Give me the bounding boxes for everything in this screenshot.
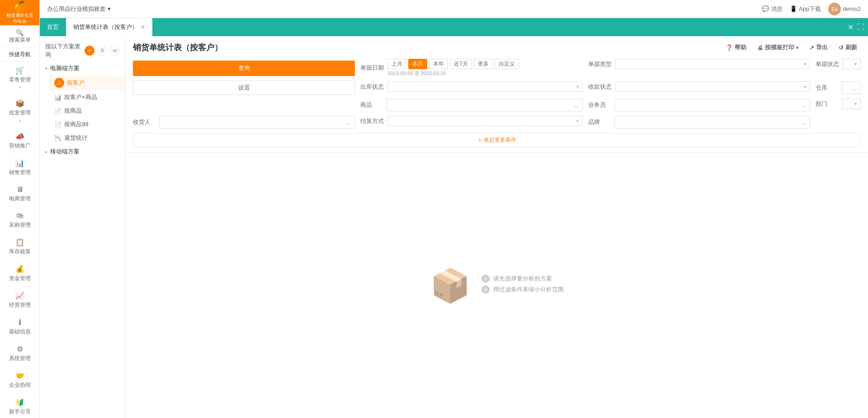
refresh-btn[interactable]: ↺ 刷新 bbox=[835, 42, 861, 53]
tab-home[interactable]: 首页 bbox=[40, 18, 66, 36]
payment-dropdown[interactable]: ▾ bbox=[615, 81, 810, 92]
tab-maximize-icon[interactable]: ⛶ bbox=[857, 23, 864, 31]
user-profile[interactable]: Ea demo2 bbox=[828, 3, 861, 15]
tabbar-actions: ✕ ⛶ bbox=[848, 23, 868, 32]
tree-item-by-goods[interactable]: 📄 按商品 bbox=[49, 104, 125, 118]
hint-1-num: ① bbox=[481, 275, 490, 283]
empty-content: 📦 ① 请先选择要分析的方案 ② 用过滤条件来缩小分析范围 bbox=[430, 266, 564, 305]
export-btn[interactable]: ↗ 导出 bbox=[806, 42, 831, 53]
print-btn[interactable]: 🖨 按模板打印 ▾ bbox=[754, 42, 802, 53]
receiver-dots-icon[interactable]: ... bbox=[346, 119, 351, 126]
warehouse-input: ... bbox=[842, 81, 861, 94]
download-icon: 📱 bbox=[790, 5, 797, 12]
left-panel-header: 按以下方案查询 + ⚙ ≪ bbox=[40, 40, 125, 62]
settings-scheme-btn[interactable]: ⚙ bbox=[97, 46, 107, 56]
sidebar-item-operations[interactable]: 📈 经营管理 bbox=[0, 287, 39, 314]
tree-item-by-goods-99[interactable]: 📄 按商品99 bbox=[49, 118, 125, 131]
sidebar-item-system[interactable]: ⚙ 系统管理 bbox=[0, 340, 39, 367]
topbar-right: 💬 消息 📱 App下载 Ea demo2 bbox=[762, 3, 861, 15]
tree-item-return-stats[interactable]: 📉 退货统计 bbox=[49, 131, 125, 145]
outbound-dropdown[interactable]: ▾ bbox=[387, 81, 582, 92]
settings-button[interactable]: 设置 bbox=[133, 81, 355, 95]
topbar: 办公用品行业模拟账套 ▾ 💬 消息 📱 App下载 Ea demo2 bbox=[40, 0, 868, 18]
tree-item-by-customer[interactable]: 人 按客户 bbox=[49, 75, 125, 90]
sidebar-item-finance[interactable]: 💰 资金管理 bbox=[0, 260, 39, 287]
sidebar-item-sales[interactable]: 📊 销售管理 bbox=[0, 154, 39, 181]
add-scheme-btn[interactable]: + bbox=[85, 46, 94, 56]
finance-icon: 💰 bbox=[15, 265, 24, 273]
date-btn-7days[interactable]: 近7天 bbox=[450, 59, 472, 69]
print-icon: 🖨 bbox=[757, 44, 763, 51]
logo-text: 畅捷通好生意 bbox=[6, 13, 33, 18]
brand-filter-item: 品牌 ... bbox=[588, 116, 810, 128]
inventory-icon: 📋 bbox=[15, 238, 24, 247]
retail-icon: 🛒 bbox=[15, 66, 24, 75]
sidebar-item-ecommerce[interactable]: 🖥 电商管理 bbox=[0, 181, 39, 207]
search-menu[interactable]: 🔍 搜索菜单 bbox=[0, 25, 39, 48]
logo-icon: 🍊 bbox=[14, 1, 26, 13]
brand-dots-icon[interactable]: ... bbox=[801, 119, 806, 126]
receiver-control[interactable]: ... bbox=[159, 116, 355, 128]
goods-dots-icon[interactable]: ... bbox=[573, 101, 579, 109]
goods-control[interactable]: ... bbox=[387, 99, 582, 111]
newuser-icon: 🔰 bbox=[15, 398, 24, 407]
staff-dots-icon[interactable]: ... bbox=[801, 101, 806, 109]
staff-input: ... bbox=[614, 99, 810, 111]
brand-control[interactable]: ... bbox=[614, 116, 810, 128]
payment-arrow-icon: ▾ bbox=[804, 84, 806, 89]
type-arrow-icon: ▾ bbox=[804, 62, 806, 66]
settlement-dropdown[interactable]: ▾ bbox=[387, 116, 582, 126]
date-btn-this-month[interactable]: 本月 bbox=[408, 59, 427, 69]
empty-state: 📦 ① 请先选择要分析的方案 ② 用过滤条件来缩小分析范围 bbox=[126, 153, 868, 418]
tab-close-icon[interactable]: ✕ bbox=[141, 24, 145, 30]
sidebar-item-basics[interactable]: ℹ 基础信息 bbox=[0, 314, 39, 340]
query-button[interactable]: 查询 bbox=[133, 61, 355, 76]
warehouse-control[interactable]: ... bbox=[842, 81, 861, 94]
active-scheme-icon: 人 bbox=[54, 78, 64, 88]
staff-control[interactable]: ... bbox=[614, 99, 810, 111]
enterprise-icon: 🤝 bbox=[15, 371, 24, 380]
date-btn-custom[interactable]: 自定义 bbox=[495, 59, 519, 69]
industry-selector[interactable]: 办公用品行业模拟账套 ▾ bbox=[47, 5, 111, 13]
tree-desktop-section[interactable]: ▾ 电脑端方案 bbox=[40, 62, 125, 75]
left-panel: 按以下方案查询 + ⚙ ≪ ▾ 电脑端方案 人 按客户 bbox=[40, 36, 126, 418]
app-download-btn[interactable]: 📱 App下载 bbox=[790, 5, 821, 13]
date-btn-last-month[interactable]: 上月 bbox=[387, 59, 406, 69]
sidebar-item-newuser[interactable]: 🔰 新手引导 bbox=[0, 394, 39, 418]
tab-close-all-icon[interactable]: ✕ bbox=[848, 23, 854, 32]
date-range-display: 2023-03-01 至 2023-03-31 bbox=[387, 70, 582, 77]
sidebar-item-purchase[interactable]: 🛍 采购管理 bbox=[0, 207, 39, 233]
sidebar-item-retail[interactable]: 🛒 零售管理 ▾ bbox=[0, 62, 39, 95]
tree-expand-icon: ▾ bbox=[45, 66, 47, 71]
collapse-panel-btn[interactable]: ≪ bbox=[110, 46, 120, 56]
tree-item-by-customer-goods[interactable]: 📊 按客户+商品 bbox=[49, 90, 125, 104]
type-dropdown[interactable]: ▾ bbox=[615, 59, 810, 69]
messages-btn[interactable]: 💬 消息 bbox=[762, 5, 783, 13]
quick-nav[interactable]: 快捷导航 bbox=[0, 48, 39, 62]
sidebar-item-inventory[interactable]: 📋 库存核算 bbox=[0, 233, 39, 260]
tree-mobile-section[interactable]: ▸ 移动端方案 bbox=[40, 145, 125, 158]
status-dropdown[interactable]: ▾ bbox=[843, 59, 861, 69]
collapse-bar[interactable]: ∧ 收起更多条件 bbox=[133, 133, 861, 147]
receiver-input: ... bbox=[159, 116, 355, 128]
sidebar-item-marketing[interactable]: 📣 营销推广 bbox=[0, 128, 39, 154]
tree: ▾ 电脑端方案 人 按客户 📊 按客户+商品 📄 按商品 bbox=[40, 62, 125, 158]
help-icon: ❓ bbox=[726, 44, 733, 51]
help-btn[interactable]: ❓ 帮助 bbox=[722, 42, 750, 53]
receiver-filter-item: 收货人 ... bbox=[133, 116, 355, 128]
main-area: 办公用品行业模拟账套 ▾ 💬 消息 📱 App下载 Ea demo2 首页 销货… bbox=[40, 0, 868, 418]
sidebar-item-wholesale[interactable]: 📦 批发管理 ▴ bbox=[0, 95, 39, 128]
warehouse-dots-icon[interactable]: ... bbox=[851, 84, 857, 91]
date-btn-this-year[interactable]: 本年 bbox=[429, 59, 448, 69]
date-btn-more[interactable]: 更多 bbox=[474, 59, 493, 69]
sidebar-item-enterprise[interactable]: 🤝 企业协同 bbox=[0, 367, 39, 394]
status-filter-item: 单据状态 ▾ bbox=[816, 59, 861, 69]
tab-sales-stats[interactable]: 销货单统计表（按客户） ✕ bbox=[66, 18, 152, 36]
basics-icon: ℹ bbox=[19, 318, 21, 327]
warehouse-filter-item: 仓库 ... bbox=[816, 81, 861, 94]
right-panel: 销货单统计表（按客户） ❓ 帮助 🖨 按模板打印 ▾ ↗ bbox=[126, 36, 868, 418]
tree-desktop-children: 人 按客户 📊 按客户+商品 📄 按商品 📄 按商品99 bbox=[40, 75, 125, 145]
staff-filter-item: 业务员 ... bbox=[588, 99, 810, 111]
left-panel-icon-group: + ⚙ ≪ bbox=[85, 46, 120, 56]
dept-dropdown[interactable]: ▾ bbox=[842, 99, 861, 109]
